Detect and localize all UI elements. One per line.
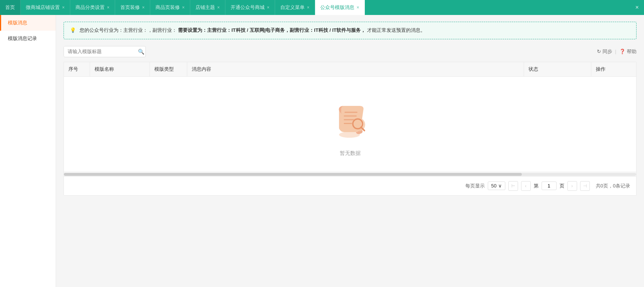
toolbar-right: ↻ 同步 | ❓ 帮助 <box>597 48 637 55</box>
toolbar-divider: | <box>615 49 616 54</box>
tab-open-mall[interactable]: 开通公众号商城 × <box>225 0 275 15</box>
col-header-content: 消息内容 <box>187 62 524 76</box>
col-header-type: 模版类型 <box>150 62 187 76</box>
page-size-select[interactable]: 50 ∨ <box>488 181 505 190</box>
close-all-tabs-button[interactable]: × <box>630 4 644 11</box>
tab-close-product-decor[interactable]: × <box>182 5 185 10</box>
col-header-action: 操作 <box>591 62 636 76</box>
sidebar-item-template-msg[interactable]: 模版消息 <box>0 15 56 31</box>
next-page-button[interactable]: › <box>567 181 577 191</box>
tab-custom-menu[interactable]: 自定义菜单 × <box>275 0 315 15</box>
tab-close-shop-theme[interactable]: × <box>217 5 220 10</box>
search-icon: 🔍 <box>138 49 144 55</box>
prev-page-button[interactable]: ‹ <box>521 181 531 191</box>
tab-category-settings[interactable]: 商品分类设置 × <box>70 0 115 15</box>
notice-text-suffix: 才能正常发送预置的消息。 <box>367 27 425 33</box>
empty-illustration <box>328 99 373 144</box>
tab-close-category-settings[interactable]: × <box>107 5 110 10</box>
pagination-info: 共0页，0条记录 <box>596 183 630 189</box>
tab-close-custom-menu[interactable]: × <box>307 5 309 10</box>
page-label-before: 第 <box>534 183 539 189</box>
per-page-label: 每页显示 <box>465 183 485 189</box>
tab-close-home-decor[interactable]: × <box>142 5 145 10</box>
last-page-button[interactable]: ⊣ <box>580 181 590 191</box>
content-area: 💡 您的公众号行业为：主营行业：，副营行业： 需要设置为：主营行业：IT科技 /… <box>56 15 644 287</box>
tab-shop-theme[interactable]: 店铺主题 × <box>190 0 225 15</box>
notice-text-prefix: 您的公众号行业为：主营行业：，副营行业： <box>80 27 177 33</box>
notice-box: 💡 您的公众号行业为：主营行业：，副营行业： 需要设置为：主营行业：IT科技 /… <box>64 22 637 39</box>
empty-state: 暂无数据 <box>64 77 636 172</box>
sync-button[interactable]: ↻ 同步 <box>597 48 612 55</box>
first-page-button[interactable]: ⊢ <box>508 181 518 191</box>
sidebar-item-template-record[interactable]: 模版消息记录 <box>0 31 56 46</box>
notice-text-bold: 需要设置为：主营行业：IT科技 / 互联网|电子商务，副营行业：IT科技 / I… <box>178 27 366 33</box>
col-header-index: 序号 <box>64 62 90 76</box>
lightbulb-icon: 💡 <box>70 27 76 33</box>
page-number-input[interactable] <box>542 181 557 190</box>
page-label-after: 页 <box>560 183 564 189</box>
help-icon: ❓ <box>619 49 625 54</box>
tab-home-decor[interactable]: 首页装修 × <box>115 0 150 15</box>
data-table: 序号 模版名称 模版类型 消息内容 状态 操作 <box>64 62 637 196</box>
help-button[interactable]: ❓ 帮助 <box>619 48 637 55</box>
table-header: 序号 模版名称 模版类型 消息内容 状态 操作 <box>64 62 636 77</box>
sidebar: 模版消息 模版消息记录 <box>0 15 56 287</box>
search-button[interactable]: 🔍 <box>134 46 146 57</box>
col-header-name: 模版名称 <box>90 62 150 76</box>
tab-close-open-mall[interactable]: × <box>267 5 269 10</box>
tab-close-template-msg[interactable]: × <box>357 5 359 10</box>
toolbar: 🔍 ↻ 同步 | ❓ 帮助 <box>64 46 637 57</box>
col-header-status: 状态 <box>524 62 591 76</box>
main-layout: 模版消息 模版消息记录 💡 您的公众号行业为：主营行业：，副营行业： 需要设置为… <box>0 15 644 287</box>
tab-home[interactable]: 首页 <box>0 0 21 15</box>
tab-wsc-settings[interactable]: 微商城店铺设置 × <box>21 0 70 15</box>
tab-product-decor[interactable]: 商品页装修 × <box>150 0 190 15</box>
chevron-down-icon: ∨ <box>498 183 502 189</box>
horizontal-scrollbar[interactable] <box>64 172 636 176</box>
search-box: 🔍 <box>64 46 146 57</box>
pagination: 每页显示 50 ∨ ⊢ ‹ 第 页 › ⊣ 共0页，0条记录 <box>64 176 636 195</box>
empty-text: 暂无数据 <box>340 150 361 157</box>
tab-close-wsc-settings[interactable]: × <box>62 5 65 10</box>
tab-bar: 首页 微商城店铺设置 × 商品分类设置 × 首页装修 × 商品页装修 × 店铺主… <box>0 0 644 15</box>
tab-template-msg[interactable]: 公众号模版消息 × <box>315 0 365 15</box>
sync-icon: ↻ <box>597 49 601 54</box>
search-input[interactable] <box>64 46 134 57</box>
